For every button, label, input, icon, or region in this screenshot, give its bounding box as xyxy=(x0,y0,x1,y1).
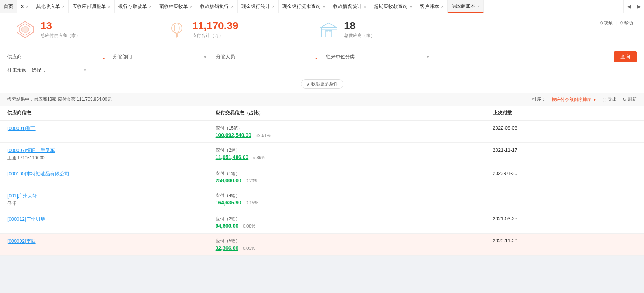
summary-row: 13 总应付供应商（家） 11,170.39 应付合计（万） xyxy=(0,13,644,46)
dept-select-wrap: ▼ xyxy=(135,53,209,61)
nav-collection-stats[interactable]: 收款情况统计 × xyxy=(329,0,370,13)
close-icon[interactable]: × xyxy=(231,4,233,9)
nav-customer-ledger[interactable]: 客户账本 × xyxy=(416,0,448,13)
nav-home[interactable]: 首页 xyxy=(0,0,17,13)
supplier-filter-label: 供应商 xyxy=(7,54,22,60)
nav-advance-offset[interactable]: 预收冲应收单 × xyxy=(155,0,196,13)
table-row[interactable]: [000007]恒旺二手叉车 王通 17106110000 应付（2笔） 11,… xyxy=(0,143,644,166)
svg-rect-10 xyxy=(329,30,331,32)
tx-amount[interactable]: 32,366.00 xyxy=(216,245,238,251)
right-actions: 排序： 按应付余额倒序排序 ▼ ⬚ 导出 ↻ 刷新 xyxy=(532,96,637,103)
supplier-link[interactable]: [000001]张三 xyxy=(7,125,36,131)
supplier-input[interactable] xyxy=(25,53,98,61)
person-input[interactable] xyxy=(238,53,312,61)
search-button[interactable]: 查询 xyxy=(614,51,637,62)
nav-ar-ap-adjust[interactable]: 应收应付调整单 × xyxy=(69,0,114,13)
summary-text-3: 18 总供应商（家） xyxy=(344,21,375,39)
last-pay-date: 2021-03-25 xyxy=(493,216,518,221)
close-icon[interactable]: × xyxy=(108,4,110,9)
tx-percent: 0.08% xyxy=(243,224,255,229)
nav-other-income[interactable]: 其他收入单 × xyxy=(32,0,69,13)
video-link[interactable]: ⊙视频 xyxy=(599,20,613,26)
supplier-link[interactable]: [000007]恒旺二手叉车 xyxy=(7,148,55,153)
table-row[interactable]: [000100]本特勤油品有限公司 应付（1笔） 258,000.00 0.23… xyxy=(0,166,644,188)
refresh-button[interactable]: ↻ 刷新 xyxy=(623,96,637,103)
nav-cash-bank-flow[interactable]: 现金银行流水查询 × xyxy=(279,0,329,13)
svg-rect-6 xyxy=(321,27,336,37)
payable-total-label: 应付合计（万） xyxy=(192,32,238,39)
tx-percent: 0.23% xyxy=(246,178,258,183)
balance-select[interactable]: 选择... xyxy=(29,66,88,74)
balance-filter-label: 往来余额 xyxy=(7,67,27,73)
summary-text-1: 13 总应付供应商（家） xyxy=(41,21,80,39)
nav-payment-verify[interactable]: 收款核销执行 × xyxy=(196,0,237,13)
close-icon[interactable]: × xyxy=(190,4,192,9)
dept-select[interactable] xyxy=(135,53,209,61)
close-icon[interactable]: × xyxy=(149,4,151,9)
supplier-link[interactable]: [001]广州荣轩 xyxy=(7,193,37,199)
tx-percent: 0.15% xyxy=(246,200,258,206)
last-pay-date: 2020-11-20 xyxy=(493,238,518,244)
close-icon[interactable]: × xyxy=(62,4,64,9)
transaction-col: 应付（2笔） 94,600.00 0.08% xyxy=(216,216,493,229)
supplier-link[interactable]: [000012]广州贝瑞 xyxy=(7,216,45,222)
supplier-sub: 仔仔 xyxy=(7,200,216,207)
tx-percent: 89.61% xyxy=(256,133,271,138)
close-icon[interactable]: × xyxy=(477,4,480,8)
tx-row: 94,600.00 0.08% xyxy=(216,223,493,229)
close-icon[interactable]: × xyxy=(410,4,412,9)
nav-cash-bank-stats[interactable]: 现金银行统计 × xyxy=(238,0,279,13)
filter-area: 供应商 ... 分管部门 ▼ 分管人员 ... 往来单位分类 xyxy=(0,46,644,93)
nav-bank-deposit[interactable]: 银行存取款单 × xyxy=(115,0,155,13)
summary-card-total-suppliers: 18 总供应商（家） xyxy=(311,17,599,42)
person-ellipsis-btn[interactable]: ... xyxy=(315,54,319,60)
category-select[interactable] xyxy=(358,53,431,61)
supplier-link[interactable]: [000002]李四 xyxy=(7,238,36,244)
help-link[interactable]: ⊙帮助 xyxy=(620,20,633,26)
nav-prev-button[interactable]: ◀ xyxy=(623,0,634,13)
table-row[interactable]: [000001]张三 应付（15笔） 100,092,540.00 89.61%… xyxy=(0,121,644,143)
close-icon[interactable]: × xyxy=(364,4,366,9)
supplier-info-col: [000002]李四 xyxy=(7,238,216,245)
close-icon[interactable]: × xyxy=(441,4,444,9)
supplier-ellipsis-btn[interactable]: ... xyxy=(101,54,105,60)
tx-row: 11,051,486.00 9.89% xyxy=(216,154,493,160)
tx-row: 32,366.00 0.03% xyxy=(216,245,493,251)
transaction-col: 应付（1笔） 258,000.00 0.23% xyxy=(216,170,493,183)
summary-card-payable-suppliers: 13 总应付供应商（家） xyxy=(7,17,159,42)
svg-marker-2 xyxy=(21,26,29,33)
person-filter-label: 分管人员 xyxy=(216,54,235,60)
supplier-link[interactable]: [000100]本特勤油品有限公司 xyxy=(7,171,69,176)
last-pay-date: 2023-01-30 xyxy=(493,170,518,176)
sort-select[interactable]: 按应付余额倒序排序 xyxy=(552,97,596,102)
nav-overdue-ar[interactable]: 超期应收款查询 × xyxy=(370,0,416,13)
col-header-supplier: 供应商信息 xyxy=(7,110,216,116)
chevron-up-icon: ∧ xyxy=(307,82,310,87)
collapse-button[interactable]: ∧ 收起更多条件 xyxy=(301,79,343,89)
tx-amount[interactable]: 258,000.00 xyxy=(216,177,241,183)
total-suppliers-number: 18 xyxy=(344,21,375,31)
tx-amount[interactable]: 11,051,486.00 xyxy=(216,154,249,160)
close-icon[interactable]: × xyxy=(272,4,274,9)
table-row[interactable]: [000012]广州贝瑞 应付（2笔） 94,600.00 0.08% 2021… xyxy=(0,211,644,234)
close-icon[interactable]: × xyxy=(323,4,325,9)
lastpay-col: 2021-03-25 xyxy=(493,216,631,221)
export-button[interactable]: ⬚ 导出 xyxy=(602,96,617,103)
tx-label: 应付（2笔） xyxy=(216,147,493,154)
main-table: 供应商信息 应付交易信息（占比） 上次付数 [000001]张三 应付（15笔）… xyxy=(0,106,644,256)
nav-tab-3[interactable]: 3 × xyxy=(17,0,32,13)
tx-amount[interactable]: 164,635.90 xyxy=(216,200,241,206)
lastpay-col: 2022-08-08 xyxy=(493,125,631,131)
nav-next-button[interactable]: ▶ xyxy=(634,0,644,13)
tx-amount[interactable]: 94,600.00 xyxy=(216,223,238,229)
supplier-info-col: [000012]广州贝瑞 xyxy=(7,216,216,223)
filter-row-1: 供应商 ... 分管部门 ▼ 分管人员 ... 往来单位分类 xyxy=(7,51,637,62)
tx-amount[interactable]: 100,092,540.00 xyxy=(216,132,251,138)
table-row[interactable]: [000002]李四 应付（5笔） 32,366.00 0.03% 2020-1… xyxy=(0,234,644,256)
nav-supplier-ledger[interactable]: 供应商账本 × xyxy=(448,0,484,13)
tx-label: 应付（15笔） xyxy=(216,125,493,131)
payable-suppliers-number: 13 xyxy=(41,21,80,31)
close-icon[interactable]: × xyxy=(26,4,28,9)
table-row[interactable]: [001]广州荣轩 仔仔 应付（4笔） 164,635.90 0.15% xyxy=(0,188,644,211)
tx-row: 258,000.00 0.23% xyxy=(216,177,493,183)
